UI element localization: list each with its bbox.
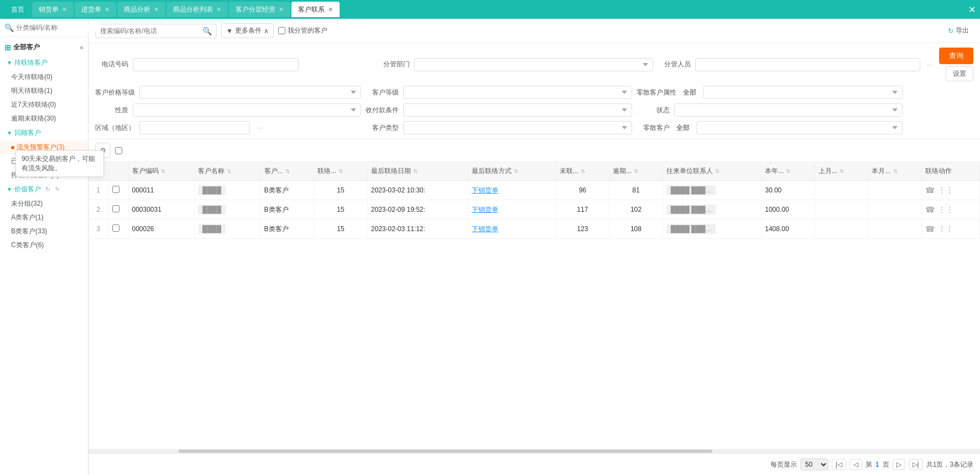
sidebar-item-today[interactable]: 今天待联络(0): [0, 70, 88, 84]
tab-bar-close-all[interactable]: ✕: [968, 4, 976, 15]
col-contact-person[interactable]: 往来单位联系人⇅: [663, 162, 761, 181]
col-last-month[interactable]: 上月...⇅: [815, 162, 868, 181]
sidebar-search-input[interactable]: [16, 24, 99, 32]
level-select[interactable]: [403, 86, 632, 99]
scrollbar-thumb: [179, 450, 712, 453]
table-area[interactable]: 客户编码⇅ 客户名称⇅ 客户...⇅ 联络...⇅ 最后联络日期⇅ 最后联络方式…: [88, 162, 980, 449]
tab-sales[interactable]: 销货单 ✕: [32, 2, 74, 17]
col-contact[interactable]: 联络...⇅: [314, 162, 368, 181]
tooltip-churn-warning: 90天未交易的客户，可能有流失风险。: [15, 150, 88, 177]
action-more-icon[interactable]: ⋮⋮: [938, 225, 953, 233]
search-input[interactable]: [100, 27, 200, 35]
region-input[interactable]: [139, 121, 250, 134]
first-page-btn[interactable]: |◁: [832, 459, 846, 470]
last-page-btn[interactable]: ▷|: [909, 459, 923, 470]
tab-sales-close[interactable]: ✕: [62, 6, 67, 13]
row-type-1: B类客户: [260, 200, 314, 220]
tab-purchase[interactable]: 进货单 ✕: [75, 2, 116, 17]
sidebar-group-value-title[interactable]: ▼ 价值客户 ↻ ✎: [0, 182, 88, 197]
row-checkbox-1[interactable]: [108, 200, 128, 220]
sidebar-item-7days[interactable]: 近7天待联络(0): [0, 98, 88, 112]
col-name[interactable]: 客户名称⇅: [195, 162, 261, 181]
tab-product-analysis-close[interactable]: ✕: [154, 6, 159, 13]
person-input[interactable]: [695, 58, 920, 71]
action-more-icon[interactable]: ⋮⋮: [938, 205, 953, 214]
more-conditions-btn[interactable]: ▼ 更多条件 ∧: [221, 23, 274, 38]
row-this-month-1: [868, 200, 922, 220]
sidebar-item-class-a[interactable]: A类客户(1): [0, 211, 88, 225]
sidebar-item-tomorrow[interactable]: 明天待联络(1): [0, 84, 88, 98]
action-contact-icon[interactable]: ☎: [925, 186, 935, 195]
row-method-0[interactable]: 下销货单: [468, 181, 556, 200]
col-this-year[interactable]: 本年...⇅: [762, 162, 815, 181]
sidebar-all-customers[interactable]: ⊞ 全部客户 «: [0, 39, 88, 55]
col-type[interactable]: 客户...⇅: [260, 162, 314, 181]
edit-icon[interactable]: ✎: [55, 186, 60, 193]
sidebar-item-ungroup[interactable]: 未分组(32): [0, 197, 88, 211]
action-more-icon[interactable]: ⋮⋮: [938, 186, 953, 195]
nature-select[interactable]: [133, 103, 361, 117]
row-method-1[interactable]: 下销货单: [468, 200, 556, 220]
tab-product-analysis-list[interactable]: 商品分析列表 ✕: [166, 2, 228, 17]
retail-attr-select[interactable]: [703, 86, 903, 99]
person-dots[interactable]: ···: [925, 61, 935, 69]
next-page-btn[interactable]: ▷: [893, 459, 905, 470]
filter-field-region: 区域（地区） ···: [95, 121, 361, 134]
col-last-date[interactable]: 最后联络日期⇅: [367, 162, 468, 181]
refresh-icon[interactable]: ↻: [45, 186, 50, 193]
col-uncontacted[interactable]: 未联...⇅: [556, 162, 609, 181]
prev-page-btn[interactable]: ◁: [849, 459, 862, 470]
horizontal-scrollbar[interactable]: [88, 449, 980, 453]
tab-product-analysis-list-close[interactable]: ✕: [216, 6, 221, 13]
retail-customer-select[interactable]: [696, 121, 903, 134]
payment-select[interactable]: [403, 103, 632, 117]
sidebar-item-overdue[interactable]: 逾期未联络(30): [0, 112, 88, 126]
row-checkbox-2[interactable]: [108, 220, 128, 239]
filter-field-phone: 电话号码: [95, 58, 372, 71]
sidebar-collapse-btn[interactable]: «: [80, 44, 84, 51]
page-label: 第: [866, 460, 872, 469]
row-method-2[interactable]: 下销货单: [468, 220, 556, 239]
tab-product-analysis[interactable]: 商品分析 ✕: [117, 2, 165, 17]
filter-field-level: 客户等级: [366, 86, 632, 99]
dept-select[interactable]: [414, 58, 654, 71]
sidebar-group-pending-title[interactable]: ▼ 待联络客户: [0, 55, 88, 70]
query-button[interactable]: 查询: [939, 48, 973, 64]
col-this-month[interactable]: 本月...⇅: [868, 162, 922, 181]
tab-customer-contact[interactable]: 客户联系 ✕: [291, 2, 340, 17]
sidebar-group-review-title[interactable]: ▼ 回顾客户: [0, 126, 88, 140]
export-btn[interactable]: ↻ 导出: [943, 24, 973, 38]
adv-filter-row-2: 客户价格等级 客户等级 零散客户属性 全部: [95, 86, 973, 99]
action-contact-icon[interactable]: ☎: [925, 205, 935, 214]
region-dots[interactable]: ···: [254, 124, 264, 132]
sidebar-item-class-c[interactable]: C类客户(6): [0, 238, 88, 252]
filter-field-customer-type: 客户类型: [366, 121, 632, 134]
my-customers-checkbox[interactable]: [278, 27, 285, 34]
filter-field-payment: 收付款条件: [366, 103, 632, 117]
select-all-checkbox[interactable]: [115, 147, 122, 154]
row-actions-1[interactable]: ☎ ⋮⋮: [922, 200, 980, 220]
row-actions-0[interactable]: ☎ ⋮⋮: [922, 181, 980, 200]
phone-input[interactable]: [133, 58, 299, 71]
row-checkbox-0[interactable]: [108, 181, 128, 200]
tab-purchase-close[interactable]: ✕: [105, 6, 110, 13]
row-actions-2[interactable]: ☎ ⋮⋮: [922, 220, 980, 239]
tab-customer-segment[interactable]: 客户分层经营 ✕: [229, 2, 290, 17]
page-num: 1: [875, 461, 879, 468]
tab-customer-contact-close[interactable]: ✕: [328, 6, 333, 13]
settings-button[interactable]: 设置: [946, 66, 973, 81]
row-overdue-0: 81: [609, 181, 663, 200]
customer-type-select[interactable]: [403, 121, 632, 134]
price-level-select[interactable]: [139, 86, 361, 99]
sidebar-item-ungroup-label: 未分组(32): [11, 199, 43, 208]
per-page-select[interactable]: 50 100: [800, 458, 828, 471]
col-code[interactable]: 客户编码⇅: [128, 162, 195, 181]
action-contact-icon[interactable]: ☎: [925, 225, 935, 233]
status-select[interactable]: [674, 103, 903, 117]
tab-home[interactable]: 首页: [4, 2, 31, 17]
sidebar-item-class-b[interactable]: B类客户(33): [0, 225, 88, 238]
col-overdue[interactable]: 逾期...⇅: [609, 162, 663, 181]
col-last-method[interactable]: 最后联络方式⇅: [468, 162, 556, 181]
adv-filter-row-3: 性质 收付款条件 状态: [95, 103, 973, 117]
tab-customer-segment-close[interactable]: ✕: [279, 6, 284, 13]
